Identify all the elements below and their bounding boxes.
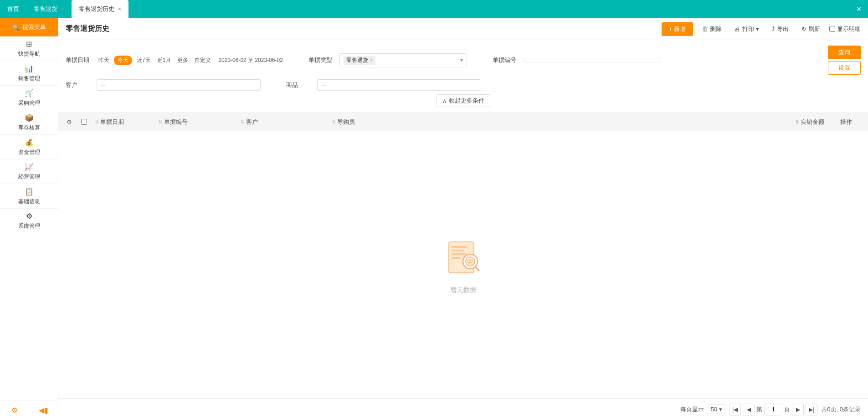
empty-text: 暂无数据	[451, 286, 476, 294]
page-prev-button[interactable]: ◀	[743, 404, 755, 415]
svg-rect-2	[452, 250, 464, 251]
th-action: 操作	[828, 118, 864, 126]
goods-input[interactable]: ···	[317, 79, 481, 91]
th-number-sort-icon: ⇅	[159, 119, 162, 124]
tab-home[interactable]: 首页	[0, 0, 26, 18]
show-detail-checkbox[interactable]: 显示明细	[829, 25, 861, 33]
new-button[interactable]: + 新增	[662, 22, 693, 36]
th-amount-sort-icon: ⇅	[795, 119, 799, 124]
page-unit: 页	[784, 405, 790, 414]
filter-area: 单据日期 昨天 今天 近7天 近1月 更多 自定义 2023-06-02 至 2…	[58, 40, 868, 113]
sidebar-item-base[interactable]: 📋 基础信息	[0, 184, 58, 209]
svg-rect-4	[452, 257, 461, 259]
operation-icon: 📈	[25, 162, 34, 171]
window-close-button[interactable]: ×	[850, 0, 868, 18]
page-next-button[interactable]: ▶	[792, 404, 804, 415]
sidebar-item-inventory[interactable]: 📦 库存核算	[0, 110, 58, 135]
refresh-icon: ↻	[801, 26, 806, 32]
query-buttons: 查询 设置	[828, 46, 861, 75]
print-icon: 🖨	[734, 26, 740, 32]
th-customer-sort-icon: ⇅	[241, 119, 244, 124]
print-chevron-icon: ▾	[756, 26, 759, 32]
sidebar-item-quick-nav[interactable]: ⊞ 快捷导航	[0, 36, 58, 61]
collapse-button[interactable]: ∧ 收起更多条件	[437, 94, 490, 107]
date-btn-last1month[interactable]: 近1月	[155, 56, 173, 65]
quick-nav-icon: ⊞	[25, 39, 34, 48]
type-select[interactable]: 零售退货 × ▾	[339, 53, 467, 67]
query-button[interactable]: 查询	[828, 46, 861, 59]
filter-row-1: 单据日期 昨天 今天 近7天 近1月 更多 自定义 2023-06-02 至 2…	[66, 46, 861, 75]
customer-input[interactable]: ···	[97, 79, 261, 91]
type-tag-remove[interactable]: ×	[370, 57, 373, 63]
pagination: 每页显示 50 ▾ |◀ ◀ 第 页 ▶ ▶| 共0页, 0条记录	[58, 398, 868, 420]
customer-filter-group: 客户 ···	[66, 79, 261, 91]
date-btn-last7[interactable]: 近7天	[135, 56, 153, 65]
page-size-select[interactable]: 50 ▾	[708, 405, 725, 414]
date-filter-group: 单据日期 昨天 今天 近7天 近1月 更多 自定义 2023-06-02 至 2…	[66, 56, 283, 65]
tab-retail-return[interactable]: 零售退货 ×	[26, 0, 72, 18]
collapse-icon: ∧	[442, 97, 447, 104]
sidebar-item-operation[interactable]: 📈 经营管理	[0, 159, 58, 184]
empty-state: 暂无数据	[58, 131, 868, 398]
date-filter-label: 单据日期	[66, 56, 93, 64]
purchase-icon: 🛒	[25, 88, 34, 97]
filter-row-2: 客户 ··· 商品 ···	[66, 79, 861, 91]
page-header: 零售退货历史 + 新增 🗑 删除 🖨 打印 ▾ ⤴ 导出 ↻	[58, 18, 868, 40]
export-icon: ⤴	[772, 26, 775, 32]
sidebar: 🔍 搜索菜单 ⊞ 快捷导航 📊 销售管理 🛒 采购管理 📦 库存核算 💰	[0, 18, 58, 420]
collapse-row: ∧ 收起更多条件	[66, 94, 861, 107]
sidebar-item-purchase[interactable]: 🛒 采购管理	[0, 86, 58, 110]
filter-settings-button[interactable]: 设置	[828, 61, 861, 75]
refresh-button[interactable]: ↻ 刷新	[798, 23, 824, 35]
th-guide[interactable]: ⇅ 导购员	[328, 118, 410, 126]
th-date-sort-icon: ⇅	[95, 119, 98, 124]
empty-illustration	[441, 235, 486, 281]
page-size-chevron-icon: ▾	[719, 406, 722, 413]
date-btn-more[interactable]: 更多	[175, 56, 190, 65]
show-detail-input[interactable]	[829, 26, 835, 32]
th-number[interactable]: ⇅ 单据编号	[155, 118, 237, 126]
page-total-text: 共0页, 0条记录	[821, 405, 861, 414]
sidebar-menu: ⊞ 快捷导航 📊 销售管理 🛒 采购管理 📦 库存核算 💰 资金管理 📈	[0, 36, 58, 400]
svg-rect-1	[452, 246, 467, 248]
select-all-checkbox[interactable]	[81, 119, 87, 125]
page-first-button[interactable]: |◀	[729, 404, 741, 415]
sidebar-item-finance[interactable]: 💰 资金管理	[0, 135, 58, 159]
th-customer[interactable]: ⇅ 客户	[237, 118, 328, 126]
tab-retail-return-history-close[interactable]: ×	[118, 6, 121, 12]
type-select-arrow-icon: ▾	[460, 57, 463, 63]
sidebar-settings-button[interactable]: ⚙	[7, 403, 22, 418]
search-icon: 🔍	[12, 24, 20, 31]
sidebar-item-system[interactable]: ⚙ 系统管理	[0, 209, 58, 233]
svg-line-7	[475, 266, 479, 271]
tab-retail-return-close[interactable]: ×	[61, 6, 64, 12]
date-btn-yesterday[interactable]: 昨天	[97, 56, 111, 65]
goods-filter-label: 商品	[286, 81, 313, 89]
content-area: 零售退货历史 + 新增 🗑 删除 🖨 打印 ▾ ⤴ 导出 ↻	[58, 18, 868, 420]
page-nav: |◀ ◀ 第 页 ▶ ▶|	[729, 404, 817, 415]
delete-button[interactable]: 🗑 删除	[699, 23, 725, 35]
table-header: ⚙ ⇅ 单据日期 ⇅ 单据编号 ⇅ 客户 ⇅ 导购员	[58, 113, 868, 131]
table-checkbox-all[interactable]	[77, 119, 91, 125]
table-area: ⚙ ⇅ 单据日期 ⇅ 单据编号 ⇅ 客户 ⇅ 导购员	[58, 113, 868, 398]
table-settings-icon[interactable]: ⚙	[62, 118, 77, 125]
page-last-button[interactable]: ▶|	[806, 404, 817, 415]
number-input[interactable]	[524, 58, 660, 62]
sidebar-volume-button[interactable]: ◀▮	[36, 403, 51, 418]
export-button[interactable]: ⤴ 导出	[768, 23, 792, 35]
goods-filter-group: 商品 ···	[286, 79, 481, 91]
sidebar-search[interactable]: 🔍 搜索菜单	[0, 18, 58, 36]
number-filter-label: 单据编号	[493, 56, 520, 64]
print-button[interactable]: 🖨 打印 ▾	[731, 23, 763, 35]
page-number-input[interactable]	[764, 404, 782, 415]
inventory-icon: 📦	[25, 113, 34, 122]
delete-icon: 🗑	[702, 26, 708, 32]
tab-retail-return-history[interactable]: 零售退货历史 ×	[72, 0, 128, 18]
finance-icon: 💰	[25, 138, 34, 147]
th-date[interactable]: ⇅ 单据日期	[91, 118, 155, 126]
sidebar-item-sales[interactable]: 📊 销售管理	[0, 61, 58, 86]
th-amount[interactable]: ⇅ 实销金额	[773, 118, 828, 126]
date-btn-today[interactable]: 今天	[114, 56, 132, 65]
type-filter-label: 单据类型	[308, 56, 336, 64]
date-btn-custom[interactable]: 自定义	[193, 56, 213, 65]
